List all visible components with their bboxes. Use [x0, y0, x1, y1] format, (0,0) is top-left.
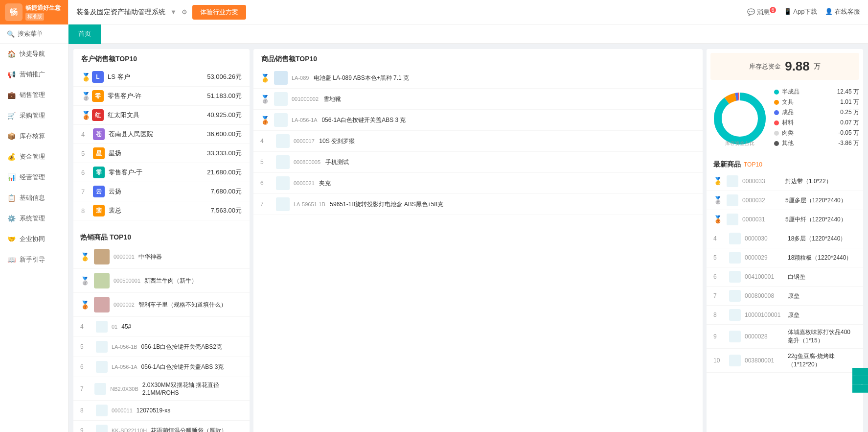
- rank-badge-1: L: [92, 71, 104, 83]
- table-row: 🥈 零 零售客户-许 51,183.00元: [73, 87, 250, 106]
- new-prod-img: [729, 233, 741, 244]
- prod-img: [274, 92, 288, 106]
- online-service-btn[interactable]: 👤 在线客服: [825, 7, 860, 16]
- table-row: 🥇 L LS 客户 53,006.26元: [73, 68, 250, 87]
- settings-icon: ⚙️: [7, 214, 16, 223]
- prod-img: [276, 155, 290, 169]
- sidebar-item-kuaijie[interactable]: 🏠 快捷导航: [0, 44, 68, 64]
- new-prod-img: [729, 309, 741, 321]
- new-prod-img: [729, 331, 741, 342]
- donut-chart: 库存资金占比: [710, 89, 769, 148]
- home-icon: 🏠: [7, 49, 16, 58]
- sidebar-item-xietong[interactable]: 🤝 企业协同: [0, 229, 68, 249]
- list-item: 7 000800008 原垒: [707, 287, 863, 306]
- new-products-list: 🥇 0000033 封边带（1.0*22） 🥈 0000032 5厘多层（122…: [707, 172, 863, 373]
- prod-img: [274, 71, 288, 85]
- sidebar-item-yingxiao[interactable]: 📢 营销推广: [0, 64, 68, 85]
- main-area: 装备及固定资产辅助管理系统 ▼ ⚙ 体验行业方案 💬 消息6 📱 App下载 👤…: [69, 0, 868, 432]
- rank-badge-7: 云: [93, 186, 105, 197]
- rank-badge-8: 裴: [93, 205, 105, 216]
- hot-prod-img: [96, 405, 108, 416]
- right-panel: 库存总资金 9.88 万: [707, 49, 863, 432]
- sidebar-logo: 畅 畅捷通好生意 标准版: [0, 0, 68, 24]
- donut-svg: [710, 89, 769, 148]
- legend-row: 文具 1.01 万: [774, 98, 859, 106]
- collab-icon: 🤝: [7, 235, 16, 243]
- new-prod-img: [729, 290, 741, 302]
- legend-dot: [774, 120, 779, 125]
- new-prod-img: [727, 214, 738, 225]
- table-row: 8 裴 裴总 7,563.00元: [73, 201, 250, 220]
- legend-dot: [774, 141, 779, 146]
- list-item: 6 004100001 白钢垫: [707, 267, 863, 287]
- product-sales-panel: 商品销售额TOP10 🥇 LA-089 电池盖 LA-089 ABS本色+黑种 …: [253, 49, 703, 432]
- list-item: 🥉 0000002 智利车子里（规格不知道填什么）: [73, 293, 250, 317]
- sidebar-nav: 🏠 快捷导航 📢 营销推广 💼 销售管理 🛒 采购管理 📦 库存核算 💰 资金管…: [0, 44, 68, 432]
- inventory-unit: 万: [814, 62, 821, 71]
- hot-prod-img: [96, 321, 108, 333]
- sidebar-item-xiaoshou[interactable]: 💼 销售管理: [0, 85, 68, 105]
- rank-badge-3: 红: [92, 109, 104, 121]
- nav-tabs: 首页: [69, 24, 868, 44]
- hot-prod-img: [96, 425, 108, 432]
- prod-medal-1: 🥇: [260, 73, 270, 83]
- sidebar: 畅 畅捷通好生意 标准版 🔍 搜索菜单 🏠 快捷导航 📢 营销推广 💼 销售管理…: [0, 0, 69, 432]
- hot-prod-img: [94, 273, 110, 288]
- sidebar-search[interactable]: 🔍 搜索菜单: [0, 24, 68, 44]
- list-item: 4 01 45#: [73, 317, 250, 337]
- sidebar-item-caigou[interactable]: 🛒 采购管理: [0, 105, 68, 126]
- message-btn[interactable]: 💬 消息6: [747, 7, 776, 17]
- list-item: 10 003800001 22g鱼豆腐-烧烤味（1*12*20）: [707, 349, 863, 373]
- msg-badge: 6: [770, 7, 777, 13]
- legend-row: 肉类 -0.05 万: [774, 129, 859, 137]
- hot-products-list: 🥇 0000001 中华神器 🥈 000500001 新西兰牛肉（新牛） 🥉: [73, 245, 250, 432]
- logo-text: 畅捷通好生意 标准版: [25, 4, 61, 21]
- finance-icon: 💰: [7, 152, 16, 161]
- settings-gear-icon[interactable]: ⚙: [182, 8, 187, 16]
- legend-row: 半成品 12.45 万: [774, 88, 859, 96]
- tab-home[interactable]: 首页: [69, 24, 101, 44]
- sidebar-item-jichu[interactable]: 📋 基础信息: [0, 188, 68, 208]
- rank-badge-2: 零: [92, 90, 104, 102]
- float-btn-fuwu[interactable]: 服务社区: [852, 376, 868, 384]
- svg-point-1: [718, 96, 762, 141]
- list-item: 🥇 0000033 封边带（1.0*22）: [707, 172, 863, 191]
- new-medal-2: 🥈: [713, 196, 723, 205]
- new-medal-1: 🥇: [713, 177, 723, 186]
- legend-dot: [774, 131, 779, 136]
- inventory-icon: 📦: [7, 132, 16, 141]
- prod-img: [276, 134, 290, 148]
- new-prod-img: [727, 175, 738, 187]
- inventory-total-card: 库存总资金 9.88 万: [710, 53, 859, 80]
- marketing-icon: 📢: [7, 70, 16, 79]
- list-item: 6 LA-056-1A 056-1A白色按键开关盖ABS 3克: [73, 357, 250, 377]
- try-plan-button[interactable]: 体验行业方案: [192, 5, 246, 20]
- list-item: 5 LA-056-1B 056-1B白色按键开关壳ABS2克: [73, 337, 250, 357]
- float-btn-zhibo[interactable]: 直播: [852, 384, 868, 393]
- sidebar-item-xitong[interactable]: ⚙️ 系统管理: [0, 208, 68, 229]
- sidebar-item-zijin[interactable]: 💰 资金管理: [0, 146, 68, 167]
- hot-medal-1: 🥇: [80, 252, 90, 262]
- dropdown-icon[interactable]: ▼: [170, 8, 177, 16]
- sidebar-item-jingying[interactable]: 📊 经营管理: [0, 167, 68, 188]
- sidebar-item-kucun[interactable]: 📦 库存核算: [0, 126, 68, 146]
- list-item: 9 KK-SD22110H 花语萌恒温分腿睡袋（厚款）: [73, 421, 250, 432]
- system-title: 装备及固定资产辅助管理系统: [76, 8, 165, 17]
- new-products-header: 最新商品 TOP10: [707, 155, 863, 172]
- rank-badge-6: 零: [93, 167, 105, 178]
- purchase-icon: 🛒: [7, 111, 16, 120]
- legend-dot: [774, 110, 779, 115]
- hot-products-section: 热销商品 TOP10 🥇 0000001 中华神器 🥈 000500001 新西…: [73, 228, 250, 432]
- guide-icon: 📖: [7, 255, 16, 264]
- float-btn-kefu[interactable]: 客服热线: [852, 368, 868, 376]
- table-row: 6 0000021 夹克: [253, 173, 703, 194]
- hot-prod-img: [94, 297, 110, 312]
- sidebar-item-xinshou[interactable]: 📖 新手引导: [0, 249, 68, 270]
- content-area: 客户销售额TOP10 🥇 L LS 客户 53,006.26元 🥈 零 零售客户…: [69, 44, 868, 432]
- hot-prod-img: [96, 361, 108, 373]
- medal-3: 🥉: [81, 111, 91, 120]
- hot-prod-img: [96, 341, 108, 353]
- product-rank-list: 🥇 LA-089 电池盖 LA-089 ABS本色+黑种 7.1 克 🥈 001…: [253, 68, 703, 215]
- app-download-btn[interactable]: 📱 App下载: [784, 7, 817, 16]
- sales-icon: 💼: [7, 91, 16, 99]
